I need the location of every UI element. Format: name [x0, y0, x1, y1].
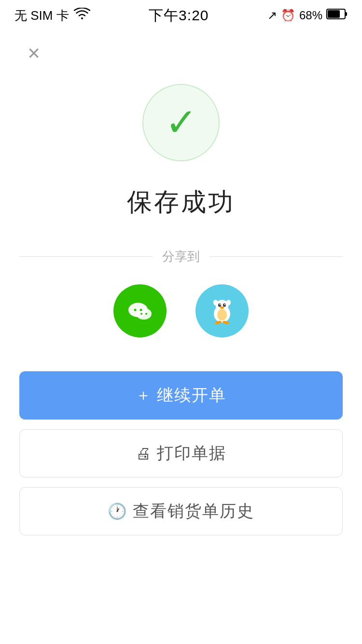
divider-right: [209, 256, 343, 257]
action-buttons: ＋ 继续开单 🖨 打印单据 🕐 查看销货单历史: [19, 371, 343, 535]
svg-rect-1: [345, 12, 347, 16]
svg-rect-2: [328, 10, 340, 18]
printer-icon: 🖨: [136, 445, 151, 462]
print-label: 打印单据: [157, 442, 226, 464]
qq-share-button[interactable]: [195, 284, 249, 337]
main-content: ✓ 保存成功 分享到: [0, 31, 362, 535]
checkmark-icon: ✓: [165, 103, 197, 142]
battery-icon: [326, 8, 348, 23]
status-bar: 无 SIM 卡 下午3:20 ↗ ⏰ 68%: [0, 0, 362, 31]
wechat-icon: [125, 295, 156, 327]
svg-point-11: [218, 303, 221, 307]
history-button[interactable]: 🕐 查看销货单历史: [19, 487, 343, 535]
close-button[interactable]: ×: [19, 39, 48, 68]
location-icon: ↗: [267, 9, 277, 22]
svg-point-6: [139, 308, 142, 311]
status-right: ↗ ⏰ 68%: [267, 8, 348, 23]
share-section: 分享到: [19, 248, 343, 265]
plus-icon: ＋: [136, 385, 151, 406]
success-circle: ✓: [142, 84, 220, 161]
history-label: 查看销货单历史: [133, 500, 254, 522]
continue-label: 继续开单: [157, 384, 226, 406]
svg-point-15: [220, 306, 224, 308]
share-icons-row: [113, 284, 249, 337]
svg-point-5: [134, 308, 136, 311]
svg-point-8: [145, 313, 147, 315]
share-label: 分享到: [162, 248, 200, 265]
alarm-icon: ⏰: [281, 9, 295, 22]
print-button[interactable]: 🖨 打印单据: [19, 429, 343, 477]
svg-point-7: [140, 313, 142, 315]
status-left: 无 SIM 卡: [14, 7, 90, 24]
status-time: 下午3:20: [149, 6, 209, 26]
svg-point-12: [223, 303, 226, 307]
svg-point-13: [219, 304, 220, 305]
svg-point-16: [217, 309, 227, 321]
no-sim-label: 无 SIM 卡: [14, 7, 69, 24]
qq-icon: [207, 295, 238, 327]
wechat-share-button[interactable]: [113, 284, 167, 337]
battery-label: 68%: [299, 9, 322, 22]
continue-button[interactable]: ＋ 继续开单: [19, 371, 343, 420]
clock-icon: 🕐: [108, 502, 127, 520]
svg-point-4: [136, 308, 152, 320]
svg-point-14: [224, 304, 225, 305]
divider-left: [19, 256, 153, 257]
close-icon: ×: [28, 42, 40, 64]
wifi-icon: [74, 8, 90, 24]
success-title: 保存成功: [127, 185, 235, 219]
